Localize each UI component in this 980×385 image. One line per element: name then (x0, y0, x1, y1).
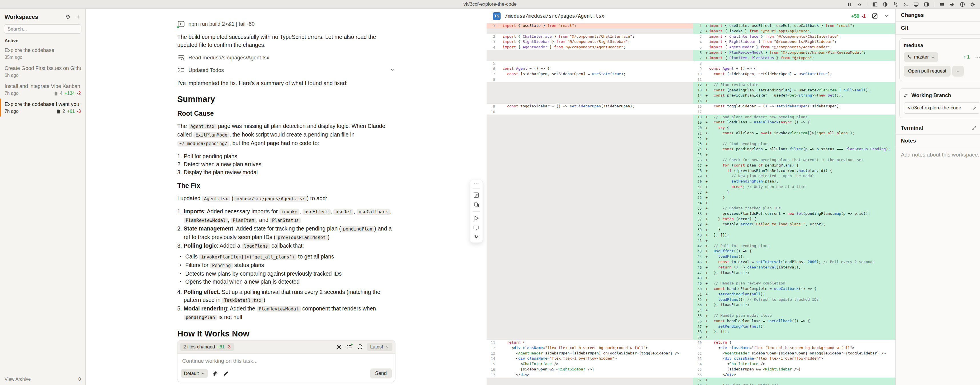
change-marker: + (704, 153, 709, 157)
change-marker: + (704, 29, 709, 33)
diff-row: 56+ const handlePlanClose = useCallback(… (487, 318, 896, 324)
diff-old-line (487, 265, 693, 270)
preview-icon[interactable] (473, 225, 479, 231)
code-text: try { (709, 125, 729, 130)
diff-new-line: 4import { RightSidebar } from "@/compone… (693, 39, 896, 45)
branch-selector[interactable]: master (904, 52, 938, 62)
message-input[interactable] (182, 358, 391, 364)
diff-old-line (487, 93, 693, 98)
diff-whitespace-icon[interactable] (473, 192, 479, 198)
list-marker: 3. (177, 168, 182, 176)
line-number: 18 (693, 115, 704, 119)
panel-left-icon[interactable] (872, 2, 878, 7)
plus-icon[interactable] (75, 14, 81, 20)
send-button[interactable]: Send (370, 368, 392, 379)
chevron-down-icon[interactable] (390, 67, 395, 74)
diff-old-line (487, 377, 693, 383)
change-marker: + (704, 99, 709, 103)
checklist-icon[interactable] (346, 344, 353, 350)
pen-icon[interactable] (223, 371, 229, 377)
megaphone-icon[interactable] (950, 2, 955, 7)
panel-right-icon[interactable] (924, 2, 929, 7)
code-text: import { ChatInterface } from "@/compone… (503, 34, 635, 40)
diff-row: 42+ // Poll for pending plans (487, 243, 896, 249)
line-number: 5 (487, 61, 498, 65)
settings-icon[interactable] (970, 2, 975, 7)
expand-icon[interactable] (972, 126, 976, 130)
diff-old-line: 17 </div> (487, 372, 693, 377)
change-marker: + (704, 265, 709, 270)
pause-icon[interactable] (846, 2, 852, 7)
git-branch-icon[interactable] (893, 2, 898, 7)
collapse-up-icon[interactable] (857, 2, 862, 7)
workspace-item[interactable]: Explore the codebase I want you to explo… (0, 99, 86, 116)
layers-icon[interactable] (65, 14, 71, 20)
open-pull-request-button[interactable]: Open pull request (904, 66, 951, 76)
change-marker: + (704, 249, 709, 253)
diff-row: 24+ const pendingPlans = allPlans.filter… (487, 146, 896, 152)
mode-dropdown[interactable]: Default (181, 369, 208, 378)
code-text: // Handle plan modal close (709, 313, 772, 318)
list-item: 1.Imports: Added necessary imports for i… (177, 207, 395, 224)
diff-old-line (487, 29, 693, 34)
diff-old-line (487, 130, 693, 136)
diff-row: 3import { RightSidebar } from "@/compone… (487, 39, 896, 45)
contrast-icon[interactable] (883, 2, 888, 7)
text: ) to add: (307, 195, 328, 201)
paperclip-icon[interactable] (212, 371, 219, 377)
inline-code: PlanStatus (270, 218, 301, 223)
workspace-item[interactable]: Explore the codebase35m ago (0, 45, 86, 62)
collapse-file-icon[interactable] (884, 13, 889, 19)
run-icon[interactable] (473, 215, 479, 221)
workspace-item[interactable]: Create Good First Issues on Github So pe… (0, 62, 86, 81)
notes-placeholder[interactable]: Add notes about this workspace... (896, 147, 980, 162)
section-changes[interactable]: Changes (896, 9, 980, 22)
hide-whitespace-icon[interactable] (872, 13, 878, 19)
diff-row: 32+ } (487, 189, 896, 195)
diff-new-line: 67+ (693, 377, 896, 383)
diff-new-line: 60 return ( (693, 340, 896, 345)
workspace-search-input[interactable] (4, 24, 81, 34)
code-text: loadPlans(); // Refresh to update tracke… (709, 297, 819, 302)
terminal-icon[interactable] (903, 2, 908, 7)
line-number: 38 (693, 222, 704, 226)
bold-text: Polling logic (184, 242, 217, 249)
change-marker: + (704, 292, 709, 296)
refresh-icon[interactable] (357, 344, 363, 350)
diff-old-line: 13 <AgentHeader sidebarOpen={sidebarOpen… (487, 351, 693, 356)
ordered-list: 4.Polling effect: Set up a polling inter… (177, 288, 395, 321)
edit-pencil-icon[interactable] (972, 105, 977, 111)
section-terminal[interactable]: Terminal (896, 122, 980, 135)
diff-new-line: 8 (693, 61, 896, 66)
text: : Added necessary imports for (204, 208, 279, 215)
tool-call-row[interactable]: Updated Todos (177, 67, 395, 74)
list-item: •Detects new plans by comparing against … (177, 270, 395, 278)
diff-row: 41+ (487, 238, 896, 243)
drag-handle-icon[interactable] (473, 183, 479, 185)
tool-call-row[interactable]: Read medusa/src/pages/Agent.tsx (177, 54, 395, 61)
change-marker: + (704, 142, 709, 146)
diff-old-line (487, 222, 693, 227)
menu-icon[interactable] (939, 2, 945, 7)
latest-dropdown[interactable]: Latest (367, 343, 392, 351)
section-git[interactable]: Git (896, 22, 980, 35)
workspace-item[interactable]: Install and integrate Vibe Kanban Web Cl… (0, 81, 86, 99)
list-item: •Calls invoke<PlanItem[]>('get_all_plans… (177, 253, 395, 261)
tool-call-row[interactable]: npm run build 2>&1 | tail -80 (177, 20, 395, 28)
pull-request-options-button[interactable] (952, 66, 964, 76)
git-branch-icon[interactable] (474, 234, 479, 240)
files-changed-chip[interactable]: 2 files changed +61 -3 (180, 343, 234, 351)
working-branch-input[interactable] (907, 105, 972, 111)
inline-code: useCallback (356, 209, 390, 215)
line-number: 16 (693, 104, 704, 108)
diff-new-line: 12+ // Plan review state (693, 82, 896, 88)
diff-new-line: 42+ // Poll for pending plans (693, 243, 896, 249)
view-archive-link[interactable]: View Archive (5, 377, 30, 382)
diff-row: 51+ setPendingPlan(null); (487, 292, 896, 297)
section-notes[interactable]: Notes (896, 135, 980, 147)
more-options-icon[interactable] (975, 54, 980, 60)
copy-icon[interactable] (473, 202, 479, 208)
help-icon[interactable] (960, 2, 965, 7)
monitor-icon[interactable] (913, 2, 919, 7)
spark-icon[interactable] (336, 344, 342, 350)
